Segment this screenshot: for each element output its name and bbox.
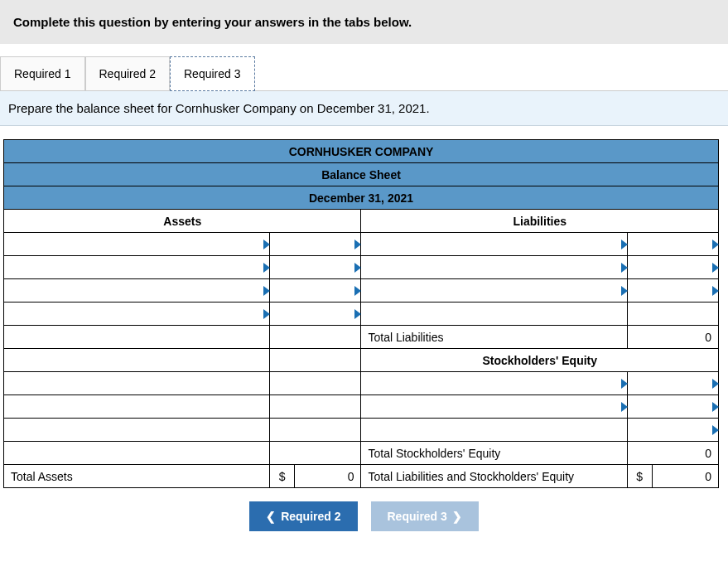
empty-cell: [270, 442, 361, 465]
date-header: December 31, 2021: [4, 186, 719, 210]
liability-value-input[interactable]: [627, 256, 718, 279]
chevron-left-icon: ❮: [266, 510, 276, 523]
liability-name-input[interactable]: [361, 279, 627, 303]
empty-cell: [270, 349, 361, 372]
empty-cell: [4, 326, 270, 349]
tabs-row: Required 1 Required 2 Required 3: [0, 56, 728, 91]
asset-value-input[interactable]: [270, 279, 361, 303]
tab-label: Required 2: [99, 67, 157, 80]
asset-value-input[interactable]: [270, 233, 361, 256]
empty-cell: [4, 442, 270, 465]
next-button[interactable]: Required 3 ❯: [371, 501, 479, 531]
prev-button-label: Required 2: [281, 510, 340, 523]
empty-cell: [270, 395, 361, 419]
nav-buttons: ❮ Required 2 Required 3 ❯: [0, 501, 728, 531]
tab-label: Required 1: [14, 67, 71, 80]
equity-value-input[interactable]: [627, 395, 718, 419]
equity-value-input[interactable]: [627, 419, 718, 442]
liability-value-input[interactable]: [627, 279, 718, 303]
total-stockholders-equity-label: Total Stockholders' Equity: [361, 442, 627, 465]
asset-name-input[interactable]: [4, 256, 270, 279]
statement-header: Balance Sheet: [4, 163, 719, 186]
liability-value-input[interactable]: [627, 233, 718, 256]
instruction-bar: Complete this question by entering your …: [0, 0, 728, 44]
empty-cell: [270, 419, 361, 442]
next-button-label: Required 3: [388, 510, 447, 523]
empty-cell: [4, 349, 270, 372]
liabilities-column-header: Liabilities: [361, 210, 719, 233]
empty-cell: [627, 303, 718, 326]
empty-cell: [4, 419, 270, 442]
asset-value-input[interactable]: [270, 303, 361, 326]
total-assets-value: 0: [295, 465, 361, 488]
equity-name-input[interactable]: [361, 395, 627, 419]
total-liab-equity-label: Total Liabilities and Stockholders' Equi…: [361, 465, 627, 488]
liability-name-input[interactable]: [361, 256, 627, 279]
empty-cell: [270, 326, 361, 349]
empty-cell: [270, 372, 361, 395]
tab-required-1[interactable]: Required 1: [0, 56, 85, 91]
company-header: CORNHUSKER COMPANY: [4, 140, 719, 163]
asset-name-input[interactable]: [4, 279, 270, 303]
asset-value-input[interactable]: [270, 256, 361, 279]
tab-required-3[interactable]: Required 3: [170, 56, 255, 91]
total-stockholders-equity-value: 0: [627, 442, 718, 465]
asset-name-input[interactable]: [4, 303, 270, 326]
prev-button[interactable]: ❮ Required 2: [249, 501, 357, 531]
chevron-right-icon: ❯: [452, 510, 462, 523]
balance-sheet: CORNHUSKER COMPANY Balance Sheet Decembe…: [3, 139, 719, 488]
total-liabilities-value: 0: [627, 326, 718, 349]
stockholders-equity-header: Stockholders' Equity: [361, 349, 719, 372]
empty-cell: [361, 419, 627, 442]
empty-cell: [4, 395, 270, 419]
total-assets-label: Total Assets: [4, 465, 270, 488]
prompt-text: Prepare the balance sheet for Cornhusker…: [8, 101, 430, 115]
prompt-bar: Prepare the balance sheet for Cornhusker…: [0, 91, 728, 126]
total-liabilities-label: Total Liabilities: [361, 326, 627, 349]
asset-name-input[interactable]: [4, 233, 270, 256]
assets-column-header: Assets: [4, 210, 361, 233]
equity-name-input[interactable]: [361, 372, 627, 395]
equity-value-input[interactable]: [627, 372, 718, 395]
total-assets-currency: $: [270, 465, 295, 488]
empty-cell: [361, 303, 627, 326]
tab-label: Required 3: [184, 67, 241, 80]
total-liab-equity-currency: $: [627, 465, 652, 488]
tab-required-2[interactable]: Required 2: [85, 56, 171, 91]
empty-cell: [4, 372, 270, 395]
total-liab-equity-value: 0: [652, 465, 718, 488]
liability-name-input[interactable]: [361, 233, 627, 256]
instruction-text: Complete this question by entering your …: [13, 15, 412, 29]
